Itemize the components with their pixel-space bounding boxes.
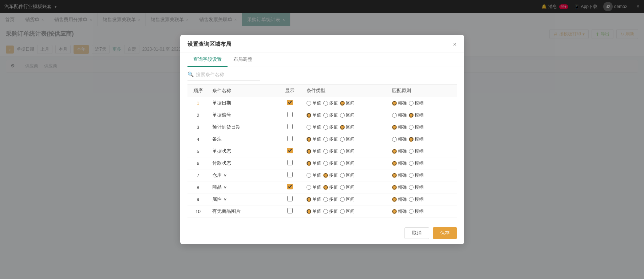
type-option-区间[interactable]: 区间 xyxy=(340,160,355,166)
match-radio-精确[interactable] xyxy=(392,185,397,190)
type-radio-单值[interactable] xyxy=(307,125,311,130)
show-checkbox[interactable] xyxy=(287,100,293,105)
type-radio-区间[interactable] xyxy=(340,173,345,178)
show-checkbox[interactable] xyxy=(287,112,293,117)
search-input[interactable] xyxy=(196,72,260,77)
match-option-精确[interactable]: 精确 xyxy=(392,160,407,166)
type-radio-区间[interactable] xyxy=(340,197,345,202)
match-radio-精确[interactable] xyxy=(392,161,397,166)
type-radio-多值[interactable] xyxy=(323,113,328,118)
type-radio-单值[interactable] xyxy=(307,149,311,154)
type-option-单值[interactable]: 单值 xyxy=(307,184,321,190)
show-checkbox[interactable] xyxy=(287,184,293,189)
match-radio-精确[interactable] xyxy=(392,149,397,154)
match-option-模糊[interactable]: 模糊 xyxy=(409,136,423,142)
show-checkbox[interactable] xyxy=(287,148,293,153)
modal-tab-layout[interactable]: 布局调整 xyxy=(228,52,258,67)
type-radio-区间[interactable] xyxy=(340,185,345,190)
type-option-多值[interactable]: 多值 xyxy=(323,136,338,142)
type-option-多值[interactable]: 多值 xyxy=(323,160,338,166)
type-radio-多值[interactable] xyxy=(323,185,328,190)
type-radio-多值[interactable] xyxy=(323,161,328,166)
match-radio-精确[interactable] xyxy=(392,173,397,178)
type-radio-多值[interactable] xyxy=(323,137,328,142)
type-radio-单值[interactable] xyxy=(307,185,311,190)
type-radio-区间[interactable] xyxy=(340,149,345,154)
type-option-单值[interactable]: 单值 xyxy=(307,172,321,178)
cancel-btn[interactable]: 取消 xyxy=(404,227,429,239)
match-option-模糊[interactable]: 模糊 xyxy=(409,172,423,178)
show-checkbox[interactable] xyxy=(287,124,293,129)
type-option-多值[interactable]: 多值 xyxy=(323,172,338,178)
type-option-区间[interactable]: 区间 xyxy=(340,184,355,190)
type-option-单值[interactable]: 单值 xyxy=(307,100,321,106)
match-option-模糊[interactable]: 模糊 xyxy=(409,208,423,215)
match-radio-精确[interactable] xyxy=(392,101,397,106)
type-option-单值[interactable]: 单值 xyxy=(307,196,321,203)
match-option-精确[interactable]: 精确 xyxy=(392,136,407,142)
match-radio-模糊[interactable] xyxy=(409,161,414,166)
type-radio-单值[interactable] xyxy=(307,137,311,142)
match-radio-精确[interactable] xyxy=(392,125,397,130)
type-option-单值[interactable]: 单值 xyxy=(307,208,321,215)
match-option-精确[interactable]: 精确 xyxy=(392,184,407,190)
type-radio-单值[interactable] xyxy=(307,113,311,118)
match-radio-精确[interactable] xyxy=(392,209,397,214)
type-option-多值[interactable]: 多值 xyxy=(323,148,338,154)
match-radio-模糊[interactable] xyxy=(409,173,414,178)
type-radio-区间[interactable] xyxy=(340,125,345,130)
type-radio-多值[interactable] xyxy=(323,149,328,154)
type-radio-多值[interactable] xyxy=(323,101,328,106)
match-option-模糊[interactable]: 模糊 xyxy=(409,160,423,166)
type-option-区间[interactable]: 区间 xyxy=(340,136,355,142)
match-option-模糊[interactable]: 模糊 xyxy=(409,100,423,106)
match-option-模糊[interactable]: 模糊 xyxy=(409,112,423,118)
type-radio-单值[interactable] xyxy=(307,209,311,214)
type-option-单值[interactable]: 单值 xyxy=(307,112,321,118)
type-radio-单值[interactable] xyxy=(307,173,311,178)
match-option-精确[interactable]: 精确 xyxy=(392,148,407,154)
match-option-精确[interactable]: 精确 xyxy=(392,112,407,118)
match-radio-模糊[interactable] xyxy=(409,197,414,202)
show-checkbox[interactable] xyxy=(287,208,293,213)
match-radio-模糊[interactable] xyxy=(409,113,414,118)
show-checkbox[interactable] xyxy=(287,196,293,201)
type-radio-区间[interactable] xyxy=(340,209,345,214)
show-checkbox[interactable] xyxy=(287,160,293,165)
match-option-精确[interactable]: 精确 xyxy=(392,100,407,106)
save-btn[interactable]: 保存 xyxy=(433,227,457,239)
type-radio-多值[interactable] xyxy=(323,209,328,214)
type-radio-单值[interactable] xyxy=(307,197,311,202)
match-radio-模糊[interactable] xyxy=(409,185,414,190)
type-option-单值[interactable]: 单值 xyxy=(307,148,321,154)
type-option-多值[interactable]: 多值 xyxy=(323,196,338,203)
match-option-模糊[interactable]: 模糊 xyxy=(409,148,423,154)
type-radio-区间[interactable] xyxy=(340,137,345,142)
match-radio-精确[interactable] xyxy=(392,137,397,142)
match-radio-模糊[interactable] xyxy=(409,209,414,214)
type-option-多值[interactable]: 多值 xyxy=(323,208,338,215)
modal-tab-query-fields[interactable]: 查询字段设置 xyxy=(187,52,228,67)
match-radio-模糊[interactable] xyxy=(409,149,414,154)
type-option-多值[interactable]: 多值 xyxy=(323,112,338,118)
type-option-区间[interactable]: 区间 xyxy=(340,124,355,130)
type-radio-多值[interactable] xyxy=(323,125,328,130)
modal-close-btn[interactable]: × xyxy=(453,41,457,48)
type-option-区间[interactable]: 区间 xyxy=(340,148,355,154)
type-option-多值[interactable]: 多值 xyxy=(323,100,338,106)
type-radio-区间[interactable] xyxy=(340,101,345,106)
match-option-模糊[interactable]: 模糊 xyxy=(409,124,423,130)
match-radio-精确[interactable] xyxy=(392,197,397,202)
type-option-多值[interactable]: 多值 xyxy=(323,184,338,190)
show-checkbox[interactable] xyxy=(287,136,293,141)
match-option-精确[interactable]: 精确 xyxy=(392,172,407,178)
type-option-单值[interactable]: 单值 xyxy=(307,160,321,166)
show-checkbox[interactable] xyxy=(287,172,293,177)
type-radio-多值[interactable] xyxy=(323,173,328,178)
match-option-模糊[interactable]: 模糊 xyxy=(409,184,423,190)
type-option-单值[interactable]: 单值 xyxy=(307,124,321,130)
match-option-精确[interactable]: 精确 xyxy=(392,208,407,215)
type-option-区间[interactable]: 区间 xyxy=(340,100,355,106)
match-option-精确[interactable]: 精确 xyxy=(392,196,407,203)
type-radio-单值[interactable] xyxy=(307,161,311,166)
